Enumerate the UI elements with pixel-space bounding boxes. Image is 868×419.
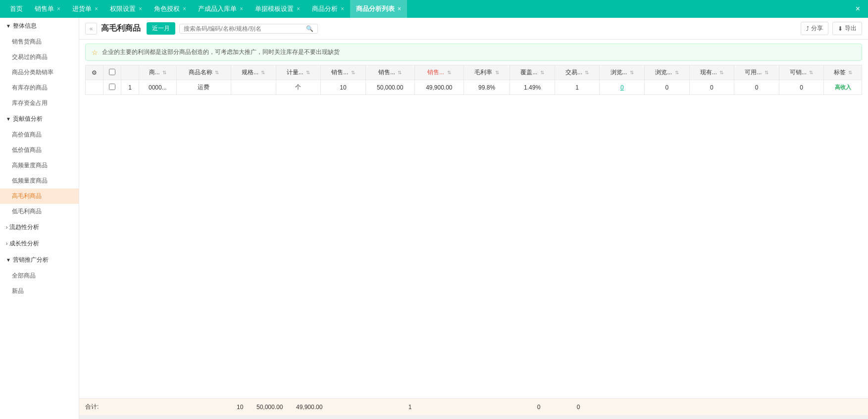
sidebar-item-high-freq[interactable]: 高频量度商品 [0, 158, 79, 173]
close-analysis-tab[interactable]: × [341, 5, 344, 12]
sidebar-item-analysis-rate[interactable]: 商品分类助销率 [0, 65, 79, 80]
export-btn[interactable]: ⬇ 导出 [832, 22, 862, 35]
search-input[interactable] [184, 25, 306, 32]
col-browse1[interactable]: 浏览... ⇅ [600, 65, 645, 80]
footer-sales-amount: 50,000.00 [247, 404, 287, 411]
tab-product-in[interactable]: 产成品入库单 × [192, 0, 249, 18]
col-sales-amount[interactable]: 销售... ⇅ [365, 65, 414, 80]
sidebar-item-high-margin[interactable]: 高毛利商品 [0, 188, 79, 204]
sidebar-item-low-margin[interactable]: 低毛利商品 [0, 204, 79, 219]
close-role-tab[interactable]: × [183, 5, 186, 12]
footer-trade: 1 [376, 404, 415, 411]
col-sales-cost[interactable]: 销售... ⇅ [414, 65, 463, 80]
col-saleable[interactable]: 可销... ⇅ [779, 65, 824, 80]
sidebar-item-traded-goods[interactable]: 交易过的商品 [0, 49, 79, 65]
footer-bar: 合计: 10 50,000.00 49,900.00 1 0 0 [79, 398, 868, 415]
tab-role[interactable]: 角色授权 × [148, 0, 192, 18]
close-analysis-list-tab[interactable]: × [398, 5, 401, 12]
col-trade[interactable]: 交易... ⇅ [555, 65, 600, 80]
notice-icon: ☆ [92, 48, 98, 56]
cell-spec [231, 80, 276, 95]
tab-purchase[interactable]: 进货单 × [66, 0, 104, 18]
arrow-growth: › [6, 241, 7, 246]
col-tag[interactable]: 标签 ⇅ [824, 65, 862, 80]
col-name[interactable]: 商品名称 ⇅ [176, 65, 231, 80]
filter-recent-month-btn[interactable]: 近一月 [147, 22, 175, 35]
export-icon: ⬇ [838, 25, 843, 32]
content-header: « 高毛利商品 近一月 🔍 ⤴ 分享 ⬇ 导出 [79, 18, 868, 40]
col-coverage[interactable]: 覆盖... ⇅ [510, 65, 555, 80]
col-sales-qty[interactable]: 销售... ⇅ [321, 65, 366, 80]
tab-sales[interactable]: 销售单 × [29, 0, 66, 18]
cell-checkbox[interactable] [103, 80, 121, 95]
sidebar-item-low-freq[interactable]: 低频量度商品 [0, 173, 79, 188]
col-settings[interactable]: ⚙ [86, 65, 103, 80]
arrow-financial: ▼ [6, 116, 11, 122]
close-template-tab[interactable]: × [297, 5, 300, 12]
col-unit[interactable]: 计量... ⇅ [276, 65, 321, 80]
sidebar-group-marketing[interactable]: ▼ 营销推广分析 [0, 252, 79, 268]
cell-name: 运费 [176, 80, 231, 95]
close-sales-tab[interactable]: × [57, 5, 60, 12]
sidebar-item-new-goods[interactable]: 新品 [0, 283, 79, 299]
cell-current: 0 [689, 80, 734, 95]
notice-bar: ☆ 企业的主要的利润都是这部分商品创造的，可考虑加大推广，同时关注库存是不要出现… [85, 44, 862, 61]
row-checkbox[interactable] [109, 84, 115, 90]
sidebar-item-capital-occupy[interactable]: 库存资金占用 [0, 95, 79, 111]
page-title: 高毛利商品 [101, 23, 141, 34]
close-permission-tab[interactable]: × [139, 5, 142, 12]
cell-unit: 个 [276, 80, 321, 95]
footer-sales-cost: 49,900.00 [287, 404, 326, 411]
sidebar-group-trend[interactable]: › 流趋性分析 [0, 219, 79, 235]
tab-permission[interactable]: 权限设置 × [104, 0, 148, 18]
close-product-in-tab[interactable]: × [240, 5, 243, 12]
header-actions: ⤴ 分享 ⬇ 导出 [801, 22, 862, 35]
cell-available: 0 [734, 80, 779, 95]
bottom-scrollbar[interactable] [79, 415, 868, 419]
footer-label: 合计: [85, 403, 99, 411]
tab-home[interactable]: 首页 [4, 0, 29, 18]
sidebar-group-growth[interactable]: › 成长性分析 [0, 235, 79, 252]
cell-code: 0000... [139, 80, 177, 95]
sidebar-group-financial[interactable]: ▼ 贡献值分析 [0, 111, 79, 127]
notice-text: 企业的主要的利润都是这部分商品创造的，可考虑加大推广，同时关注库存是不要出现缺货 [102, 48, 340, 56]
footer-available: 0 [544, 404, 584, 411]
col-browse2[interactable]: 浏览... ⇅ [645, 65, 690, 80]
cell-browse2: 0 [645, 80, 690, 95]
col-spec[interactable]: 规格... ⇅ [231, 65, 276, 80]
col-code[interactable]: 商... ⇅ [139, 65, 177, 80]
footer-sales-qty: 10 [207, 404, 247, 411]
close-purchase-tab[interactable]: × [95, 5, 98, 12]
sidebar-item-all-goods[interactable]: 全部商品 [0, 268, 79, 283]
cell-settings [86, 80, 103, 95]
col-available[interactable]: 可用... ⇅ [734, 65, 779, 80]
cell-sales-qty: 10 [321, 80, 366, 95]
share-btn[interactable]: ⤴ 分享 [801, 22, 828, 35]
col-margin-rate[interactable]: 毛利率 ⇅ [463, 65, 510, 80]
search-icon[interactable]: 🔍 [306, 25, 313, 32]
collapse-sidebar-btn[interactable]: « [85, 23, 97, 35]
tab-analysis-list[interactable]: 商品分析列表 × [350, 0, 407, 18]
select-all-checkbox[interactable] [109, 69, 115, 75]
cell-sales-amount: 50,000.00 [365, 80, 414, 95]
sidebar-item-inventory-goods[interactable]: 有库存的商品 [0, 80, 79, 95]
cell-coverage: 1.49% [510, 80, 555, 95]
sidebar: ▼ 整体信息 销售货商品 交易过的商品 商品分类助销率 有库存的商品 库存资金占… [0, 18, 79, 419]
content-area: « 高毛利商品 近一月 🔍 ⤴ 分享 ⬇ 导出 [79, 18, 868, 419]
tab-analysis[interactable]: 商品分析 × [306, 0, 350, 18]
cell-saleable: 0 [779, 80, 824, 95]
cell-sales-cost: 49,900.00 [414, 80, 463, 95]
search-box: 🔍 [179, 24, 318, 34]
tab-template[interactable]: 单据模板设置 × [249, 0, 306, 18]
arrow-overall: ▼ [6, 23, 11, 29]
sidebar-item-high-price[interactable]: 高价值商品 [0, 127, 79, 142]
footer-current: 0 [505, 404, 544, 411]
sidebar-item-sales-goods[interactable]: 销售货商品 [0, 34, 79, 49]
cell-tag: 高收入 [824, 80, 862, 95]
close-all-tabs[interactable]: × [852, 4, 864, 13]
cell-browse1[interactable]: 0 [600, 80, 645, 95]
col-current[interactable]: 现有... ⇅ [689, 65, 734, 80]
sidebar-item-low-price[interactable]: 低价值商品 [0, 142, 79, 158]
sidebar-group-overall[interactable]: ▼ 整体信息 [0, 18, 79, 34]
col-seq [121, 65, 139, 80]
